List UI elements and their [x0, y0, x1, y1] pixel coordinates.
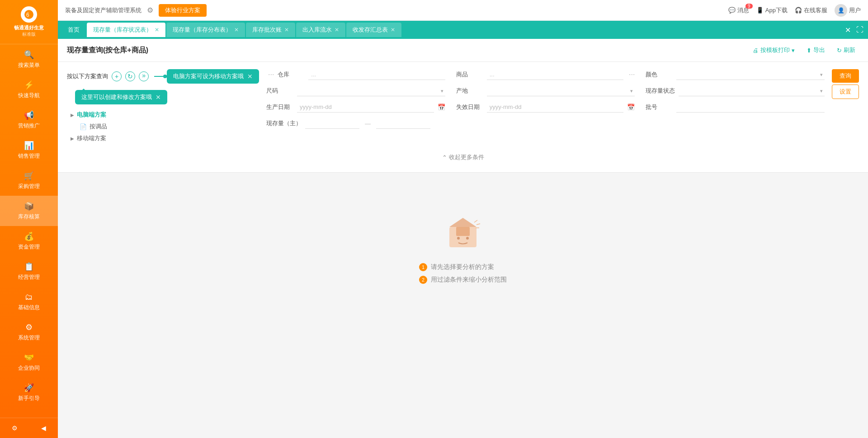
- sidebar-item-label: 销售管理: [18, 152, 40, 160]
- enterprise-icon: 🤝: [24, 353, 34, 363]
- tab-inventory-dist[interactable]: 现存量（库存分布表） ✕: [166, 23, 245, 37]
- export-btn[interactable]: ⬆ 导出: [803, 44, 829, 56]
- message-badge: 9: [745, 4, 753, 9]
- filter-produce-date-row: 生产日期 📅: [266, 102, 445, 113]
- sidebar-item-finance[interactable]: 💰 资金管理: [0, 226, 58, 256]
- topbar-gear-icon[interactable]: ⚙: [147, 6, 153, 14]
- goods-input[interactable]: [487, 69, 623, 80]
- sidebar-item-label: 基础信息: [18, 304, 40, 311]
- sidebar-collapse-icon[interactable]: ◀: [39, 423, 48, 433]
- goods-dots[interactable]: ···: [629, 71, 635, 79]
- sidebar-item-search-menu[interactable]: 🔍 搜索菜单: [0, 44, 58, 75]
- produce-date-calendar-icon[interactable]: 📅: [438, 104, 445, 111]
- message-icon: 💬: [728, 7, 736, 14]
- guide-icon: 🚀: [24, 383, 34, 393]
- sidebar-bottom: ⚙ ◀: [0, 418, 58, 438]
- sidebar-item-inventory[interactable]: 📦 库存核算: [0, 196, 58, 226]
- topbar-support[interactable]: 🎧 在线客服: [795, 6, 827, 14]
- warehouse-label: 仓库: [278, 71, 305, 79]
- sidebar-item-label: 经营管理: [18, 273, 40, 281]
- tooltip1-close[interactable]: ✕: [247, 73, 253, 80]
- tab-home[interactable]: 首页: [61, 23, 86, 37]
- filter-origin-row: 产地 ▾: [456, 85, 635, 96]
- tab-batch-ledger[interactable]: 库存批次账 ✕: [246, 23, 295, 37]
- filter-header-label: 按以下方案查询: [67, 72, 108, 80]
- refresh-icon: ↻: [837, 47, 842, 54]
- topbar-user[interactable]: 👤 用户: [835, 4, 861, 17]
- origin-label: 产地: [456, 87, 483, 95]
- tab-inout-flow-close[interactable]: ✕: [335, 27, 339, 33]
- experience-btn[interactable]: 体验行业方案: [159, 4, 207, 17]
- filter-goods-row: 商品 ···: [456, 69, 635, 80]
- expire-date-calendar-icon[interactable]: 📅: [627, 104, 635, 111]
- search-menu-icon: 🔍: [24, 50, 34, 60]
- search-btn[interactable]: 查询: [832, 69, 859, 83]
- inv-main-from-input[interactable]: [305, 118, 359, 129]
- tree-desktop-root[interactable]: ▶ 电脑端方案: [67, 109, 259, 121]
- tooltip-bubble-2: 这里可以创建和修改方案哦 ✕: [75, 90, 167, 104]
- tabbar-close-icon[interactable]: ✕: [844, 25, 852, 35]
- tab-inventory-dist-close[interactable]: ✕: [234, 27, 239, 33]
- sidebar-item-system[interactable]: ⚙ 系统管理: [0, 317, 58, 347]
- inv-state-select[interactable]: [679, 85, 825, 96]
- chevron-up-icon: ⌃: [442, 154, 447, 161]
- add-plan-btn[interactable]: +: [112, 71, 122, 81]
- produce-date-input[interactable]: [297, 102, 434, 113]
- headset-icon: 🎧: [795, 7, 802, 14]
- tab-inventory-status-close[interactable]: ✕: [155, 27, 159, 33]
- refresh-plan-btn[interactable]: ↻: [125, 71, 135, 81]
- batch-input[interactable]: [676, 102, 825, 113]
- tabbar-expand-icon[interactable]: ⛶: [855, 25, 864, 35]
- sidebar-item-operations[interactable]: 📋 经营管理: [0, 256, 58, 287]
- color-select-wrapper: ▾: [676, 69, 825, 80]
- color-select[interactable]: [676, 69, 825, 80]
- finance-icon: 💰: [24, 231, 34, 241]
- sidebar-item-enterprise[interactable]: 🤝 企业协同: [0, 347, 58, 377]
- tab-inventory-dist-label: 现存量（库存分布表）: [173, 26, 231, 34]
- expire-date-input[interactable]: [487, 102, 624, 113]
- empty-icon: [440, 209, 486, 254]
- filter-expire-date-row: 失效日期 📅: [456, 102, 635, 113]
- main-area: 装备及固定资产辅助管理系统 ⚙ 体验行业方案 💬 消息 9 📱 App下载 🎧 …: [58, 0, 868, 438]
- marketing-icon: 📢: [24, 110, 34, 120]
- sidebar-item-basic-info[interactable]: 🗂 基础信息: [0, 287, 58, 317]
- avatar: 👤: [835, 4, 847, 17]
- tab-batch-ledger-close[interactable]: ✕: [284, 27, 289, 33]
- produce-date-label: 生产日期: [266, 103, 293, 111]
- reset-btn[interactable]: 设置: [832, 85, 859, 99]
- topbar-message[interactable]: 💬 消息 9: [728, 6, 749, 14]
- tab-receive-summary[interactable]: 收发存汇总表 ✕: [346, 23, 401, 37]
- filter-collapse-btn[interactable]: ⌃ 收起更多条件: [67, 150, 859, 165]
- tab-home-label: 首页: [68, 26, 80, 34]
- printer-icon: 🖨: [753, 47, 759, 54]
- logo-text: 畅通通好生意: [14, 24, 44, 31]
- tabbar: 首页 现存量（库存状况表） ✕ 现存量（库存分布表） ✕ 库存批次账 ✕ 出入库…: [58, 21, 868, 39]
- tree-item-tiaopinpin[interactable]: 📄 按调品: [67, 121, 259, 132]
- sidebar-item-sales[interactable]: 📊 销售管理: [0, 135, 58, 165]
- tab-receive-summary-close[interactable]: ✕: [391, 27, 395, 33]
- tab-inout-flow[interactable]: 出入库流水 ✕: [296, 23, 345, 37]
- inv-main-to-input[interactable]: [376, 118, 430, 129]
- size-select[interactable]: [297, 85, 445, 96]
- app-label: App下载: [765, 6, 788, 14]
- refresh-btn[interactable]: ↻ 刷新: [833, 44, 859, 56]
- sales-icon: 📊: [24, 141, 34, 151]
- print-btn[interactable]: 🖨 按模板打印 ▾: [749, 44, 798, 56]
- sidebar-item-guide[interactable]: 🚀 新手引导: [0, 377, 58, 408]
- color-label: 颜色: [646, 71, 673, 79]
- sidebar-item-quick-nav[interactable]: ⚡ 快速导航: [0, 75, 58, 105]
- tab-inventory-status[interactable]: 现存量（库存状况表） ✕: [87, 23, 165, 37]
- origin-select[interactable]: [487, 85, 635, 96]
- sidebar-item-marketing[interactable]: 📢 营销推广: [0, 105, 58, 135]
- sidebar-nav: 🔍 搜索菜单 ⚡ 快速导航 📢 营销推广 📊 销售管理 🛒 采购管理 📦 库存核…: [0, 44, 58, 418]
- filter-warehouse-row: ··· 仓库: [266, 69, 445, 80]
- topbar-app-download[interactable]: 📱 App下载: [756, 6, 788, 14]
- sidebar-settings-icon[interactable]: ⚙: [10, 423, 19, 433]
- tooltip2-close[interactable]: ✕: [156, 94, 161, 101]
- warehouse-dots[interactable]: ···: [268, 71, 274, 79]
- warehouse-input[interactable]: [308, 69, 445, 80]
- sidebar-item-purchase[interactable]: 🛒 采购管理: [0, 165, 58, 196]
- back-plan-btn[interactable]: «: [139, 71, 149, 81]
- sidebar-logo: 6 畅通通好生意 标准版: [0, 0, 58, 44]
- tree-mobile-root[interactable]: ▶ 移动端方案: [67, 132, 259, 144]
